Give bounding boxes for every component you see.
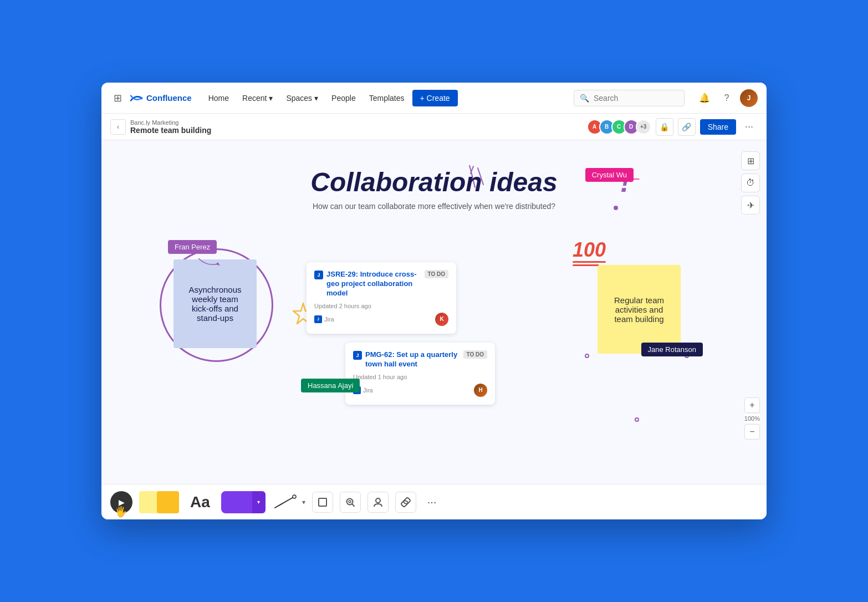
canvas-title-area: Collaboration ideas How can our team col… (310, 168, 557, 211)
shape-tool-button[interactable] (312, 492, 333, 513)
link-icon (400, 497, 411, 508)
jira-todo-badge-1: TO DO (425, 270, 448, 278)
browser-window: ⊞ Confluence Home Recent ▾ Spaces ▾ Peop… (101, 83, 767, 519)
create-button[interactable]: + Create (412, 90, 458, 106)
jira-card-1-title: JSRE-29: Introduce cross-geo project col… (326, 270, 425, 298)
line-tool-icon (272, 494, 300, 511)
person-tool-button[interactable] (367, 492, 389, 513)
jira-user-avatar-1: K (435, 313, 448, 326)
notifications-icon[interactable]: 🔔 (696, 89, 713, 107)
top-nav: ⊞ Confluence Home Recent ▾ Spaces ▾ Peop… (101, 83, 767, 114)
canvas-main-title: Collaboration ideas (310, 168, 557, 197)
cursor-area: ▶ 🖐 (110, 491, 132, 513)
zoom-minus-button[interactable]: − (744, 424, 760, 440)
sticky-note-yellow: Regular team activities and team buildin… (598, 265, 681, 354)
svg-line-10 (352, 504, 354, 506)
handle-dot-bottom (635, 417, 639, 422)
lock-icon-btn[interactable]: 🔒 (656, 118, 673, 136)
nav-links: Home Recent ▾ Spaces ▾ People Templates … (203, 90, 569, 106)
zoom-level-display: 100% (744, 414, 760, 423)
nav-templates[interactable]: Templates (364, 90, 410, 106)
jira-card-2: J PMG-62: Set up a quarterly town hall e… (345, 343, 495, 405)
sidebar-toggle-button[interactable]: ‹ (110, 119, 126, 135)
color-picker-group: ▾ (221, 491, 265, 513)
jira-card-1: J JSRE-29: Introduce cross-geo project c… (307, 262, 456, 334)
svg-point-7 (293, 495, 296, 498)
svg-rect-8 (319, 498, 326, 506)
avatar-count: +3 (636, 119, 651, 135)
link-tool-button[interactable] (395, 492, 416, 513)
dot-decoration (614, 206, 618, 210)
breadcrumb-area: Banc.ly Marketing Remote team building (130, 119, 211, 135)
zoom-plus-button[interactable]: + (744, 397, 760, 413)
color-picker-dropdown[interactable]: ▾ (252, 491, 265, 513)
line-tool-group[interactable]: ▾ (272, 494, 305, 511)
jira-source-1: J Jira (314, 315, 334, 323)
jira-card-2-meta: Updated 1 hour ago (353, 374, 487, 380)
nav-right-icons: 🔔 ? J (696, 89, 758, 107)
share-button[interactable]: Share (700, 119, 736, 135)
crystal-wu-label: Crystal Wu (585, 168, 634, 182)
more-options-button[interactable]: ··· (741, 119, 758, 135)
link-icon-btn[interactable]: 🔗 (678, 118, 696, 136)
search-canvas-icon (345, 497, 356, 508)
jira-card-2-title: PMG-62: Set up a quarterly town hall eve… (365, 350, 463, 369)
search-box[interactable]: 🔍 (574, 90, 685, 106)
svg-point-12 (376, 498, 380, 503)
nav-home[interactable]: Home (203, 90, 234, 106)
page-header: ‹ Banc.ly Marketing Remote team building… (101, 114, 767, 140)
svg-line-6 (275, 497, 294, 508)
bottom-toolbar: ▶ 🖐 Aa ▾ ▾ (101, 484, 767, 519)
toolbar-more-button[interactable]: ··· (423, 493, 441, 511)
search-icon: 🔍 (580, 94, 589, 103)
jira-user-avatar-2: H (474, 384, 487, 397)
confluence-logo-text: Confluence (146, 93, 192, 103)
shape-icon (317, 497, 328, 508)
help-icon[interactable]: ? (718, 89, 736, 107)
zoom-controls: + 100% − (744, 397, 760, 440)
collaborators-avatars: A B C D +3 (587, 119, 651, 135)
line-dropdown-arrow[interactable]: ▾ (302, 498, 305, 506)
hassana-ajayi-label: Hassana Ajayi (301, 379, 360, 392)
confluence-logo: Confluence (130, 91, 192, 105)
stickers-group[interactable] (139, 491, 179, 513)
svg-point-11 (349, 501, 351, 503)
page-title: Remote team building (130, 126, 211, 135)
person-icon (372, 497, 384, 508)
svg-marker-3 (216, 262, 220, 266)
nav-spaces[interactable]: Spaces ▾ (280, 90, 324, 106)
breadcrumb-parent: Banc.ly Marketing (130, 119, 211, 126)
fran-perez-label: Fran Perez (168, 240, 217, 254)
search-input[interactable] (594, 94, 677, 103)
nav-people[interactable]: People (326, 90, 361, 106)
canvas-subtitle: How can our team collaborate more effect… (310, 202, 557, 211)
color-picker-button[interactable] (221, 491, 252, 513)
cursor-hand-icon: 🖐 (115, 506, 127, 518)
jane-rotanson-label: Jane Rotanson (641, 343, 703, 356)
sticky-note-blue: Asynchronous weekly team kick-offs and s… (173, 259, 257, 348)
fran-arrow (196, 256, 223, 272)
hundred-decoration: 100 (573, 240, 606, 266)
nav-recent[interactable]: Recent ▾ (237, 90, 278, 106)
jira-icon-2: J (353, 351, 362, 360)
jira-card-1-meta: Updated 2 hours ago (314, 303, 448, 309)
search-tool-button[interactable] (340, 492, 361, 513)
handle-dot-left (585, 354, 589, 358)
jira-icon-1: J (314, 271, 323, 279)
jira-todo-badge-2: TO DO (463, 350, 487, 359)
canvas-content: Collaboration ideas How can our team col… (101, 140, 767, 484)
user-avatar-nav[interactable]: J (740, 89, 758, 107)
page-header-right: A B C D +3 🔒 🔗 Share ··· (587, 118, 758, 136)
canvas-area: ⊞ ⏱ ✈ Collaboration ideas How can our te… (101, 140, 767, 484)
text-tool-button[interactable]: Aa (186, 493, 215, 511)
sticker-orange[interactable] (157, 491, 179, 513)
grid-icon[interactable]: ⊞ (110, 89, 125, 108)
